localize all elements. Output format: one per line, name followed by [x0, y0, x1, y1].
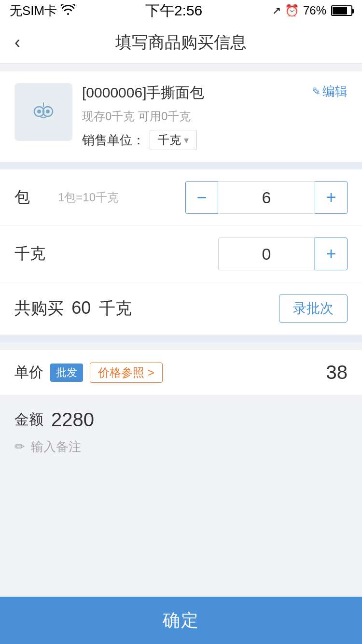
summary-text: 共购买 60 千克: [14, 297, 132, 320]
product-thumbnail: [14, 83, 72, 141]
edit-button[interactable]: ✎ 编辑: [312, 83, 348, 100]
alarm-icon: ⏰: [285, 4, 299, 17]
battery-text: 76%: [303, 4, 326, 17]
amount-value: 2280: [51, 409, 94, 431]
note-text: 输入备注: [31, 438, 81, 455]
unit-select[interactable]: 千克 ▾: [150, 130, 197, 150]
wifi-icon: [61, 3, 75, 18]
kg-input[interactable]: [218, 238, 315, 270]
dropdown-icon: ▾: [184, 134, 189, 146]
kg-input-row: 千克 +: [0, 226, 362, 282]
bao-label: 包: [14, 187, 53, 208]
status-left: 无SIM卡: [10, 2, 75, 19]
status-right: ↗ ⏰ 76%: [272, 4, 352, 17]
price-label: 单价: [14, 363, 43, 382]
summary-amount: 60: [71, 298, 91, 318]
svg-point-2: [37, 110, 41, 113]
unit-value: 千克: [158, 132, 181, 148]
product-name: [0000006]手撕面包: [82, 83, 204, 103]
price-value: 38: [326, 362, 348, 383]
price-section: 单价 批发 价格参照 > 38: [0, 350, 362, 395]
kg-label: 千克: [14, 243, 53, 265]
confirm-button[interactable]: 确定: [0, 597, 362, 644]
kg-plus-button[interactable]: +: [315, 238, 348, 270]
divider-2: [0, 335, 362, 342]
product-info: [0000006]手撕面包 ✎ 编辑 现存0千克 可用0千克 销售单位： 千克 …: [82, 83, 348, 150]
bao-hint: 1包=10千克: [58, 190, 185, 205]
summary-row: 共购买 60 千克 录批次: [0, 282, 362, 335]
price-ref-button[interactable]: 价格参照 >: [90, 363, 163, 383]
note-icon: ✏: [14, 439, 25, 454]
unit-label: 销售单位：: [82, 132, 145, 149]
bao-minus-button[interactable]: −: [185, 181, 218, 214]
status-bar: 无SIM卡 下午2:56 ↗ ⏰ 76%: [0, 0, 362, 21]
bao-plus-button[interactable]: +: [315, 181, 348, 214]
kg-number-group: +: [218, 238, 348, 270]
product-unit-row: 销售单位： 千克 ▾: [82, 130, 348, 150]
bao-number-group: − +: [185, 181, 348, 214]
summary-unit: 千克: [99, 299, 132, 317]
product-stock: 现存0千克 可用0千克: [82, 109, 348, 124]
battery-icon: [331, 5, 352, 16]
price-tag: 批发: [50, 364, 83, 382]
price-row: 单价 批发 价格参照 > 38: [0, 350, 362, 395]
location-icon: ↗: [272, 4, 281, 17]
amount-section: 金额 2280 ✏ 输入备注: [0, 395, 362, 463]
page-title: 填写商品购买信息: [115, 31, 247, 54]
svg-point-3: [46, 110, 50, 113]
summary-label: 共购买: [14, 299, 64, 317]
amount-label: 金额: [14, 410, 43, 430]
divider-1: [0, 162, 362, 169]
input-section: 包 1包=10千克 − + 千克 + 共购买 60 千克 录批次: [0, 169, 362, 335]
content-area: [0, 463, 362, 597]
bao-input-row: 包 1包=10千克 − +: [0, 169, 362, 226]
amount-row: 金额 2280: [14, 409, 348, 431]
carrier-text: 无SIM卡: [10, 2, 57, 19]
status-time: 下午2:56: [145, 1, 202, 21]
bao-input[interactable]: [218, 181, 315, 214]
product-card: [0000006]手撕面包 ✎ 编辑 现存0千克 可用0千克 销售单位： 千克 …: [0, 71, 362, 162]
batch-button[interactable]: 录批次: [279, 294, 348, 323]
nav-bar: ‹ 填写商品购买信息: [0, 21, 362, 64]
back-button[interactable]: ‹: [10, 28, 25, 57]
note-row[interactable]: ✏ 输入备注: [14, 438, 348, 455]
